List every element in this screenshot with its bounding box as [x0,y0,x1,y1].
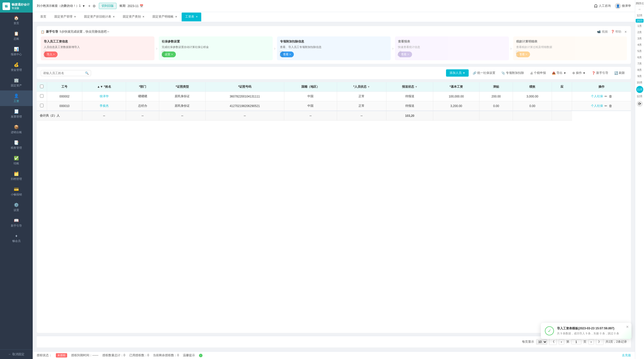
row-2-delete-btn[interactable]: 🗑 [609,104,612,108]
refresh-btn[interactable]: 🔄 刷新 [612,70,627,76]
row-1-social-security-btn[interactable]: 个人社保 [591,94,603,98]
toolbar: 🔍 添加人员 ▼ 🔗 统一社保设置 📎 专项附加扣除 🖨 个税申报 [37,67,631,79]
row-2-edit-btn[interactable]: ✏ [605,104,607,108]
customer-service-btn[interactable]: 🎧 人工咨询 [594,4,611,8]
cal-month-10[interactable]: 10月 [636,80,644,85]
switch-version-btn[interactable]: 切到旧版 [99,3,116,9]
sidebar-item-settlement[interactable]: ✅ 结账 [0,153,33,168]
footer-dash-3: -- [159,111,206,121]
cal-month-3[interactable]: 3月 [636,36,644,41]
cal-month-6[interactable]: 6月 [636,55,644,60]
account-dropdown-icon[interactable]: ▼ [82,4,85,8]
tab-depreciation[interactable]: 固定资产折旧统计表 ✕ [80,13,118,21]
settings-btn[interactable]: ⚙ [93,4,96,8]
row-2-checkbox[interactable] [40,104,44,107]
prev-page-btn[interactable]: ‹ [559,339,564,345]
report-filter-icon[interactable]: ▼ [415,85,417,88]
cal-month-2[interactable]: 2月 [636,29,644,35]
tab-close-payroll[interactable]: ✕ [196,15,198,18]
sidebar-item-ledger[interactable]: 📋 总账 [0,28,33,44]
new-guide-btn[interactable]: ❓ 新手引导 [590,70,610,76]
select-all-checkbox[interactable] [40,85,44,88]
wizard-video-btn[interactable]: 📹 视频 [597,30,608,34]
sidebar-item-settings[interactable]: ⚙️ 设置 [0,199,33,215]
sidebar-item-guide[interactable]: 📖 新手引导 [0,215,33,231]
user-name: 徐泽华 [622,4,631,8]
tab-details[interactable]: 固定资产明细账 ✕ [149,13,181,21]
row-1-name-link[interactable]: 徐泽华 [100,94,109,98]
wizard-step-4: 查看报表 快速查看统计信息 查看 > 4 [395,36,509,60]
recharge-link[interactable]: 去充值 [622,353,631,357]
tab-close-fixed-assets[interactable]: ✕ [74,15,76,18]
footer-base-salary: 103,20 [386,111,433,121]
sidebar-item-finance[interactable]: 💰 资金管理 [0,59,33,75]
sidebar-item-home[interactable]: 🏠 首页 [0,13,33,28]
footer-total-label: 合计共（2）人 [37,111,82,121]
tab-category[interactable]: 固定资产类别 ✕ [119,13,148,21]
cal-month-5[interactable]: 5月 [636,48,644,54]
sidebar-item-report[interactable]: 📊 报表中心 [0,44,33,59]
search-input[interactable] [43,71,84,75]
page-size-select[interactable]: 10 20 50 [536,339,547,345]
cal-month-8[interactable]: 8月 [636,67,644,73]
auth-total-label: 授权数量总计：0 [102,353,125,357]
sidebar-item-archive[interactable]: 🗂️ 归档管理 [0,168,33,184]
tax-declaration-btn[interactable]: 🖨 个税申报 [528,70,548,76]
row-1-checkbox[interactable] [40,94,44,98]
sidebar-item-member[interactable]: ♦ 畅会员 [0,231,33,246]
wizard-arrow-1: › [154,36,159,60]
export-btn[interactable]: 📤 导出 ▼ [550,70,568,76]
row-1-delete-btn[interactable]: 🗑 [609,94,612,98]
operate-btn[interactable]: ⚙ 操作 ▼ [570,70,588,76]
topbar-right: 🎧 人工咨询 👤 徐泽华 [594,3,631,9]
add-account-btn[interactable]: + [88,4,91,8]
tab-fixed-assets[interactable]: 固定资产管理 ✕ [51,13,79,21]
tab-home[interactable]: 首页 [37,13,50,21]
cal-month-12-prev[interactable]: 12月 [636,13,644,18]
cal-month-9[interactable]: 9月 [636,73,644,79]
status-filter-icon[interactable]: ▼ [367,85,370,88]
sidebar-item-invoice[interactable]: 🧾 发票管理 [0,106,33,122]
social-security-icon: 🔗 [473,71,476,75]
th-applicable: 应 [552,82,572,92]
calendar-expand-btn[interactable]: ‹‹ [638,7,642,12]
tab-payroll[interactable]: 工资表 ✕ [182,13,201,21]
row-2-name-link[interactable]: 李俊杰 [100,104,109,108]
sidebar-item-tax[interactable]: 📑 税务管理 [0,137,33,153]
notification-success-icon: ✓ [545,326,554,335]
user-info: 👤 徐泽华 [615,3,631,9]
tab-close-details[interactable]: ✕ [175,15,177,18]
table-row: 000010 李俊杰 总经办 居民身份证 412702198206290521 … [37,101,631,111]
wizard-step-1: 导入员工工资信息 人员信息及工资数据新增导入 导入 > 1 [41,36,154,60]
sidebar-collapse-btn[interactable]: ← 取消固定 [0,349,33,359]
next-page-btn[interactable]: › [588,339,594,345]
calendar-bottom-icon[interactable]: ⟳ [637,101,643,107]
tab-close-depreciation[interactable]: ✕ [113,15,115,18]
page-input[interactable] [571,339,581,344]
row-1-edit-btn[interactable]: ✏ [605,94,607,98]
row-2-social-security-btn[interactable]: 个人社保 [591,104,603,108]
statusbar: 授权状态： 未授权 授权到期时间：—— 授权数量总计：0 已用授权数：0 当前剩… [33,351,635,359]
footer-dash-6: -- [337,111,386,121]
cal-month-11[interactable]: 11月 [636,86,643,93]
calendar-icon[interactable]: 📅 [140,4,143,8]
deduction-icon: 📎 [501,71,505,75]
sidebar-item-payroll[interactable]: 👤 工资 [0,90,33,106]
wizard-close-btn[interactable]: ✕ [624,30,627,34]
deduction-btn[interactable]: 📎 专项附加扣除 [499,70,526,76]
add-btn-arrow-icon: ▼ [463,72,465,74]
add-person-btn[interactable]: 添加人员 ▼ [446,69,469,77]
cal-month-4[interactable]: 4月 [636,42,644,48]
social-security-btn[interactable]: 🔗 统一社保设置 [471,70,497,76]
table-container: 工号 ▲▼ *姓名 *部门 *证照类型 *证照号码 国籍（地区） *人员状态 ▼… [37,82,631,333]
wizard-help-btn[interactable]: ❓ 帮助 [611,30,621,34]
cal-month-7[interactable]: 7月 [636,61,644,67]
sidebar-item-fixed-assets[interactable]: 🏢 固定资产 [0,75,33,90]
last-page-btn[interactable]: 》 [596,339,603,345]
cal-month-12-next[interactable]: 12月 [636,93,644,99]
sidebar-item-expense[interactable]: 💳 小畅报销 [0,184,33,199]
first-page-btn[interactable]: 《 [549,339,557,345]
cal-month-1[interactable]: 1月 [636,23,644,29]
sidebar-item-purchase-sale[interactable]: 📦 进销台账 [0,122,33,137]
tab-close-category[interactable]: ✕ [142,15,144,18]
